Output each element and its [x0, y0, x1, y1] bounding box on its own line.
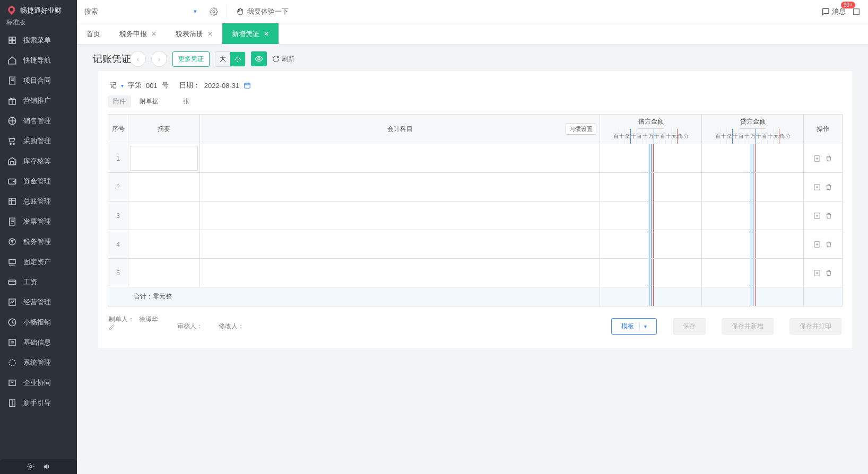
- more-vouchers-button[interactable]: 更多凭证: [172, 51, 210, 67]
- save-new-button[interactable]: 保存并新增: [722, 318, 774, 335]
- add-row-icon[interactable]: [813, 269, 821, 277]
- voucher-no[interactable]: 001: [146, 82, 158, 90]
- summary-input[interactable]: [130, 174, 198, 199]
- sidebar-item-ledger[interactable]: 总账管理: [0, 191, 77, 212]
- gear-icon[interactable]: [210, 7, 218, 16]
- sidebar-item-search[interactable]: 搜索菜单: [0, 30, 77, 50]
- summary-cell[interactable]: [128, 173, 200, 201]
- close-icon[interactable]: ✕: [151, 30, 157, 38]
- delete-row-icon[interactable]: [825, 212, 832, 220]
- subject-cell[interactable]: [200, 144, 600, 172]
- attachment-tab[interactable]: 附件: [108, 95, 131, 108]
- global-search[interactable]: ▾: [84, 7, 201, 16]
- svg-rect-20: [9, 260, 15, 264]
- summary-cell[interactable]: [128, 144, 200, 172]
- subject-cell[interactable]: [200, 259, 600, 287]
- close-icon[interactable]: ✕: [207, 30, 213, 38]
- sidebar-item-sales[interactable]: 销售管理: [0, 111, 77, 131]
- sidebar-item-salary[interactable]: 工资: [0, 272, 77, 292]
- experience-link[interactable]: 我要体验一下: [236, 7, 289, 16]
- voucher-date[interactable]: 2022-08-31: [204, 82, 240, 90]
- invoice-icon: [7, 217, 17, 226]
- tab-tax-declare[interactable]: 税务申报✕: [110, 23, 166, 44]
- debit-cell[interactable]: [600, 259, 702, 287]
- credit-cell[interactable]: [702, 230, 804, 258]
- preview-button[interactable]: [251, 51, 267, 66]
- row-ops: [804, 144, 842, 172]
- size-small-button[interactable]: 小: [230, 52, 245, 66]
- brand-name: 畅捷通好业财: [20, 6, 62, 15]
- add-row-icon[interactable]: [813, 241, 821, 248]
- sidebar-item-collab[interactable]: 企业协同: [0, 373, 77, 393]
- settings-icon[interactable]: [27, 462, 35, 471]
- sidebar-item-system[interactable]: 系统管理: [0, 353, 77, 373]
- delete-row-icon[interactable]: [825, 183, 832, 191]
- summary-input[interactable]: [130, 232, 198, 257]
- expand-icon[interactable]: [852, 7, 861, 16]
- add-row-icon[interactable]: [813, 183, 821, 191]
- sidebar-item-marketing[interactable]: 营销推广: [0, 91, 77, 111]
- close-icon[interactable]: ✕: [264, 30, 269, 38]
- summary-cell[interactable]: [128, 230, 200, 258]
- chevron-down-icon[interactable]: ▾: [194, 8, 197, 15]
- debit-cell[interactable]: [600, 173, 702, 201]
- prev-voucher-button[interactable]: ‹: [130, 51, 146, 67]
- tab-tax-list[interactable]: 税表清册✕: [166, 23, 222, 44]
- sound-icon[interactable]: [42, 462, 51, 471]
- voucher-type-select[interactable]: 记▾: [110, 81, 124, 90]
- subject-cell[interactable]: [200, 173, 600, 201]
- tax-icon: [7, 237, 17, 247]
- summary-cell[interactable]: [128, 259, 200, 287]
- search-input[interactable]: [84, 7, 194, 15]
- subject-cell[interactable]: [200, 230, 600, 258]
- template-button[interactable]: 模板 ▾: [611, 318, 657, 335]
- sidebar-item-expense[interactable]: 小畅报销: [0, 312, 77, 332]
- save-print-button[interactable]: 保存并打印: [789, 318, 841, 335]
- tab-home[interactable]: 首页: [77, 23, 110, 44]
- brand: 畅捷通好业财 标准版: [0, 0, 77, 30]
- sidebar-item-invoice[interactable]: 发票管理: [0, 212, 77, 232]
- habit-settings-button[interactable]: 习惯设置: [566, 124, 596, 135]
- sidebar-item-funds[interactable]: 资金管理: [0, 171, 77, 191]
- sidebar-item-quick-nav[interactable]: 快捷导航: [0, 50, 77, 71]
- sidebar-item-basic[interactable]: 基础信息: [0, 332, 77, 353]
- chevron-down-icon[interactable]: ▾: [639, 323, 647, 329]
- debit-cell[interactable]: [600, 201, 702, 230]
- debit-cell[interactable]: [600, 230, 702, 258]
- credit-cell[interactable]: [702, 259, 804, 287]
- row-seq: 4: [108, 230, 128, 258]
- sidebar-item-guide[interactable]: 新手引导: [0, 393, 77, 413]
- credit-cell[interactable]: [702, 173, 804, 201]
- credit-cell[interactable]: [702, 201, 804, 230]
- sidebar-item-assets[interactable]: 固定资产: [0, 252, 77, 272]
- delete-row-icon[interactable]: [825, 155, 832, 162]
- sidebar-item-purchase[interactable]: 采购管理: [0, 131, 77, 151]
- save-button[interactable]: 保存: [673, 318, 706, 335]
- sidebar-item-project[interactable]: 项目合同: [0, 71, 77, 91]
- next-voucher-button[interactable]: ›: [151, 51, 167, 67]
- voucher-meta: 记▾ 字第 001 号 日期： 2022-08-31: [108, 81, 843, 95]
- size-toggle: 大 小: [215, 51, 246, 67]
- sidebar-item-tax[interactable]: 税务管理: [0, 232, 77, 252]
- summary-input[interactable]: [130, 203, 198, 228]
- sidebar-item-inventory[interactable]: 库存核算: [0, 151, 77, 171]
- edit-icon[interactable]: [109, 324, 161, 330]
- messages-button[interactable]: 消息 99+: [821, 7, 846, 16]
- debit-cell[interactable]: [600, 144, 702, 172]
- delete-row-icon[interactable]: [825, 269, 832, 277]
- credit-cell[interactable]: [702, 144, 804, 172]
- size-big-button[interactable]: 大: [215, 52, 230, 66]
- tab-new-voucher[interactable]: 新增凭证✕: [222, 23, 279, 44]
- refresh-button[interactable]: 刷新: [272, 55, 294, 64]
- summary-input[interactable]: [130, 146, 198, 171]
- sidebar-item-operation[interactable]: 经营管理: [0, 292, 77, 312]
- summary-cell[interactable]: [128, 201, 200, 230]
- calendar-icon[interactable]: [244, 82, 251, 89]
- delete-row-icon[interactable]: [825, 241, 832, 248]
- summary-input[interactable]: [130, 260, 198, 285]
- subject-cell[interactable]: [200, 201, 600, 230]
- table-row: 3: [108, 201, 842, 230]
- add-row-icon[interactable]: [813, 155, 821, 162]
- add-row-icon[interactable]: [813, 212, 821, 220]
- warehouse-icon: [7, 156, 17, 166]
